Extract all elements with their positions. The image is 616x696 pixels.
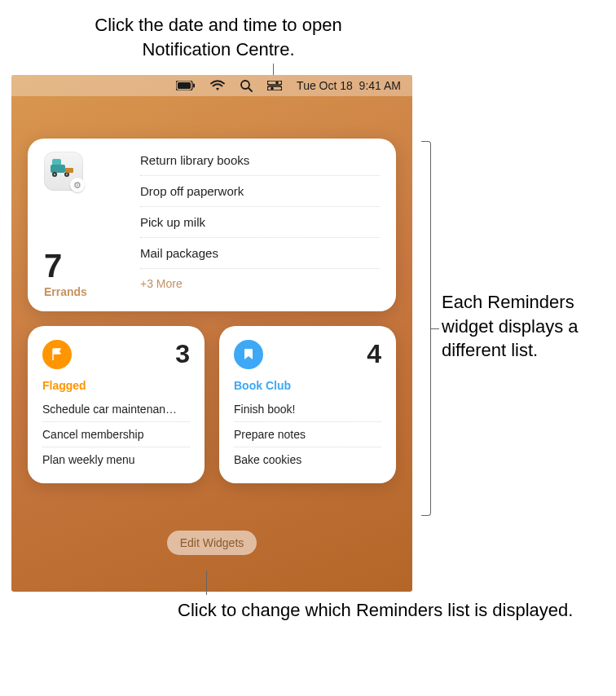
notification-centre-screenshot: Tue Oct 18 9:41 AM ⚙ 7 <box>11 75 412 592</box>
reminders-widget-flagged[interactable]: 3 Flagged Schedule car maintenan… Cancel… <box>28 326 205 483</box>
battery-icon[interactable] <box>176 81 196 90</box>
reminder-item[interactable]: Return library books <box>140 152 380 176</box>
reminder-item[interactable]: Prepare notes <box>234 422 381 447</box>
flagged-count: 3 <box>175 339 190 369</box>
flag-icon <box>42 340 72 369</box>
edit-widgets-button[interactable]: Edit Widgets <box>167 531 257 555</box>
svg-point-6 <box>275 81 279 85</box>
svg-point-8 <box>271 87 274 90</box>
errands-list-icon: ⚙ <box>44 152 83 191</box>
callout-top: Click the date and time to open Notifica… <box>49 13 388 61</box>
spotlight-icon[interactable] <box>240 79 253 92</box>
bookmark-icon <box>234 340 263 369</box>
reminder-item[interactable]: Pick up milk <box>140 207 380 238</box>
svg-rect-9 <box>51 165 65 173</box>
reminders-widget-errands[interactable]: ⚙ 7 Errands Return library books Drop of… <box>28 139 396 311</box>
callout-bottom: Click to change which Reminders list is … <box>178 598 573 623</box>
bookclub-title: Book Club <box>234 379 381 392</box>
svg-rect-7 <box>267 86 282 90</box>
callout-bracket <box>421 141 431 516</box>
truck-icon <box>49 158 78 178</box>
menubar: Tue Oct 18 9:41 AM <box>11 75 412 96</box>
svg-rect-1 <box>178 82 191 89</box>
wifi-icon[interactable] <box>210 80 225 91</box>
more-items-link[interactable]: +3 More <box>140 269 380 290</box>
flagged-title: Flagged <box>42 379 190 392</box>
menubar-datetime[interactable]: Tue Oct 18 9:41 AM <box>297 79 401 92</box>
errands-title: Errands <box>44 285 122 298</box>
reminder-item[interactable]: Mail packages <box>140 238 380 269</box>
svg-point-13 <box>66 174 68 175</box>
gear-icon: ⚙ <box>70 178 85 192</box>
reminder-item[interactable]: Bake cookies <box>234 447 381 472</box>
widgets-area: ⚙ 7 Errands Return library books Drop of… <box>11 96 412 555</box>
reminder-item[interactable]: Drop off paperwork <box>140 176 380 207</box>
bookclub-count: 4 <box>367 339 381 369</box>
svg-rect-14 <box>65 168 73 173</box>
svg-point-11 <box>54 174 55 175</box>
svg-rect-5 <box>267 81 282 85</box>
callout-line <box>206 570 207 595</box>
errands-count: 7 <box>44 249 122 282</box>
reminder-item[interactable]: Plan weekly menu <box>42 447 190 472</box>
control-centre-icon[interactable] <box>267 81 282 90</box>
reminder-item[interactable]: Finish book! <box>234 397 381 422</box>
reminder-item[interactable]: Schedule car maintenan… <box>42 397 190 422</box>
callout-right: Each Reminders widget displays a differe… <box>442 290 616 363</box>
svg-line-4 <box>249 88 252 91</box>
svg-rect-2 <box>193 84 195 88</box>
reminders-widget-bookclub[interactable]: 4 Book Club Finish book! Prepare notes B… <box>219 326 396 483</box>
reminder-item[interactable]: Cancel membership <box>42 422 190 447</box>
